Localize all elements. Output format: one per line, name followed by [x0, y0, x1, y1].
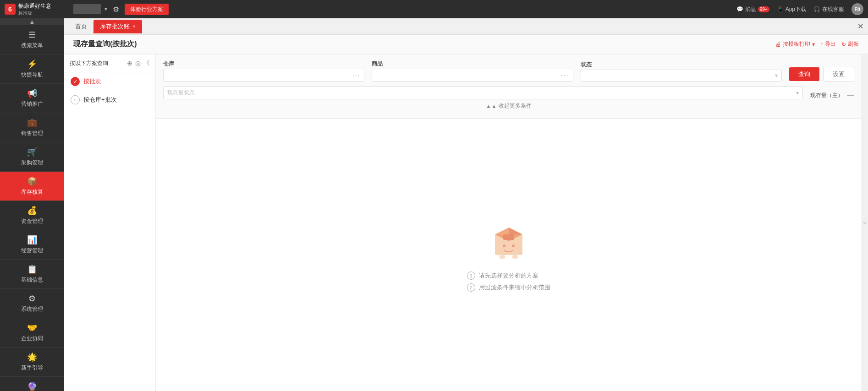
sidebar-scroll-up[interactable]: ▲: [0, 18, 64, 25]
warehouse-dots: ···: [352, 71, 361, 79]
warehouse-input[interactable]: ···: [163, 69, 364, 81]
sidebar-item-0[interactable]: ☰ 搜索菜单: [0, 25, 64, 54]
messages-action[interactable]: 💬 消息 99+: [736, 5, 769, 13]
step-1-label: 请先选择要分析的方案: [479, 272, 538, 280]
avatar-circle: Rit: [852, 3, 863, 15]
sidebar-label-7: 经营管理: [21, 247, 43, 255]
item-warehouse-batch-icon: ○: [71, 95, 80, 104]
dropdown-area[interactable]: ▾: [73, 4, 107, 14]
print-label: 按模板打印: [783, 40, 810, 48]
logo-area: 6 畅康通好生意 标准版: [5, 2, 69, 16]
left-panel: 按以下方案查询 ⊕ ◎ 《 ✓ 按批次 ○ 按仓库+批次: [64, 54, 156, 391]
refresh-label: 刷新: [848, 40, 859, 48]
right-collapse-icon: ›: [861, 222, 868, 224]
messages-badge: 99+: [758, 6, 769, 12]
sidebar-label-6: 资金管理: [21, 217, 43, 225]
sidebar: ▲ ☰ 搜索菜单 ⚡ 快捷导航 📢 营销推广 💼 销售管理 🛒 采购管理 📦 库…: [0, 18, 64, 391]
settings-button[interactable]: 设置: [823, 67, 854, 81]
svg-point-5: [512, 244, 515, 247]
printer-icon: 🖨: [775, 41, 781, 48]
right-collapse-handle[interactable]: ›: [862, 54, 868, 391]
empty-state: 1 请先选择要分析的方案 2 用过滤条件来缩小分析范围: [156, 119, 862, 391]
warehouse-label: 仓库: [163, 60, 364, 68]
tab-bar-close-btn[interactable]: ✕: [857, 22, 863, 31]
user-avatar[interactable]: Rit: [852, 3, 863, 15]
sidebar-item-1[interactable]: ⚡ 快捷导航: [0, 54, 64, 84]
collapse-icon: ▲▲: [486, 103, 497, 109]
company-name: 畅康通好生意: [18, 2, 51, 10]
sidebar-item-8[interactable]: 📋 基础信息: [0, 260, 64, 289]
target-icon[interactable]: ◎: [135, 60, 141, 67]
collapse-panel-icon[interactable]: 《: [143, 59, 150, 67]
empty-step-1: 1 请先选择要分析的方案: [467, 272, 550, 280]
item-warehouse-batch-label: 按仓库+批次: [83, 96, 117, 104]
svg-rect-7: [512, 255, 518, 259]
sidebar-item-6[interactable]: 💰 资金管理: [0, 201, 64, 230]
app-download-action[interactable]: 📱 App下载: [777, 5, 806, 13]
online-service-action[interactable]: 🎧 在线客服: [813, 5, 844, 13]
svg-marker-2: [509, 228, 522, 234]
sidebar-item-2[interactable]: 📢 营销推广: [0, 84, 64, 113]
sidebar-icon-6: 💰: [27, 206, 37, 216]
query-button[interactable]: 查询: [789, 67, 819, 81]
status-select[interactable]: ▾: [581, 70, 782, 81]
inventory-status-placeholder: 现存量状态: [167, 89, 195, 97]
left-panel-item-batch[interactable]: ✓ 按批次: [64, 72, 155, 91]
inventory-status-dropdown-icon: ▾: [796, 90, 799, 96]
nav-tabs-area: ▾ ⚙ 体验行业方案: [69, 4, 736, 15]
svg-rect-3: [503, 234, 514, 240]
sidebar-icon-12: 🔮: [27, 381, 37, 391]
refresh-icon: ↻: [841, 41, 846, 48]
sidebar-item-11[interactable]: 🌟 新手引导: [0, 348, 64, 377]
filter-row-2: 现存量状态 ▾ 现存量（主） —: [163, 86, 854, 99]
product-label: 商品: [372, 60, 573, 68]
print-dropdown-icon[interactable]: ▾: [812, 41, 815, 48]
content-area: 首页 库存批次账 × ✕ 现存量查询(按批次) 🖨 按模板打印 ▾: [64, 18, 868, 391]
sidebar-item-12[interactable]: 🔮 应用中心: [0, 377, 64, 391]
sidebar-item-10[interactable]: 🤝 企业协同: [0, 318, 64, 348]
sidebar-label-2: 营销推广: [21, 100, 43, 108]
inventory-qty-dash: —: [847, 91, 854, 99]
main-layout: ▲ ☰ 搜索菜单 ⚡ 快捷导航 📢 营销推广 💼 销售管理 🛒 采购管理 📦 库…: [0, 18, 868, 391]
tab-active[interactable]: 库存批次账 ×: [93, 20, 142, 33]
sidebar-item-5[interactable]: 📦 库存核算: [0, 172, 64, 201]
collapse-btn[interactable]: ▲▲ 收起更多条件: [163, 99, 854, 113]
filter-actions: 查询 设置: [789, 67, 854, 81]
print-btn[interactable]: 🖨 按模板打印 ▾: [775, 40, 815, 48]
left-panel-title: 按以下方案查询: [70, 60, 108, 67]
export-icon: ↑: [820, 41, 823, 48]
add-icon[interactable]: ⊕: [127, 60, 132, 67]
item-batch-icon: ✓: [71, 77, 80, 86]
sidebar-item-9[interactable]: ⚙ 系统管理: [0, 289, 64, 318]
svg-point-4: [503, 244, 505, 247]
svg-rect-6: [500, 255, 505, 259]
sidebar-icon-3: 💼: [27, 118, 37, 128]
settings-icon[interactable]: ⚙: [113, 5, 119, 14]
filter-row-1: 仓库 ··· 商品 ···: [163, 60, 854, 81]
sidebar-item-3[interactable]: 💼 销售管理: [0, 113, 64, 142]
sidebar-label-9: 系统管理: [21, 305, 43, 313]
sidebar-icon-2: 📢: [27, 88, 37, 98]
edition-label: 标准版: [18, 10, 51, 16]
experience-btn[interactable]: 体验行业方案: [125, 4, 169, 15]
inventory-qty-label: 现存量（主）: [810, 92, 843, 99]
refresh-btn[interactable]: ↻ 刷新: [841, 40, 859, 48]
tab-home[interactable]: 首页: [69, 20, 93, 33]
sidebar-label-4: 采购管理: [21, 159, 43, 167]
left-panel-item-warehouse-batch[interactable]: ○ 按仓库+批次: [64, 91, 155, 109]
export-btn[interactable]: ↑ 导出: [820, 40, 836, 48]
step-num-1: 1: [467, 272, 475, 280]
sidebar-icon-1: ⚡: [27, 59, 37, 69]
content-body: 按以下方案查询 ⊕ ◎ 《 ✓ 按批次 ○ 按仓库+批次: [64, 54, 868, 391]
inventory-status-select[interactable]: 现存量状态 ▾: [163, 86, 803, 99]
sidebar-label-5: 库存核算: [21, 188, 43, 196]
status-field-group: 状态 ▾: [581, 61, 782, 81]
tab-close-icon[interactable]: ×: [132, 23, 136, 30]
lph-actions: ⊕ ◎ 《: [127, 59, 150, 67]
sidebar-item-4[interactable]: 🛒 采购管理: [0, 142, 64, 172]
filter-area: 仓库 ··· 商品 ···: [156, 54, 862, 119]
sidebar-item-7[interactable]: 📊 经营管理: [0, 230, 64, 260]
product-input[interactable]: ···: [372, 69, 573, 81]
sidebar-icon-8: 📋: [27, 264, 37, 274]
app-download-label: App下载: [786, 5, 806, 13]
